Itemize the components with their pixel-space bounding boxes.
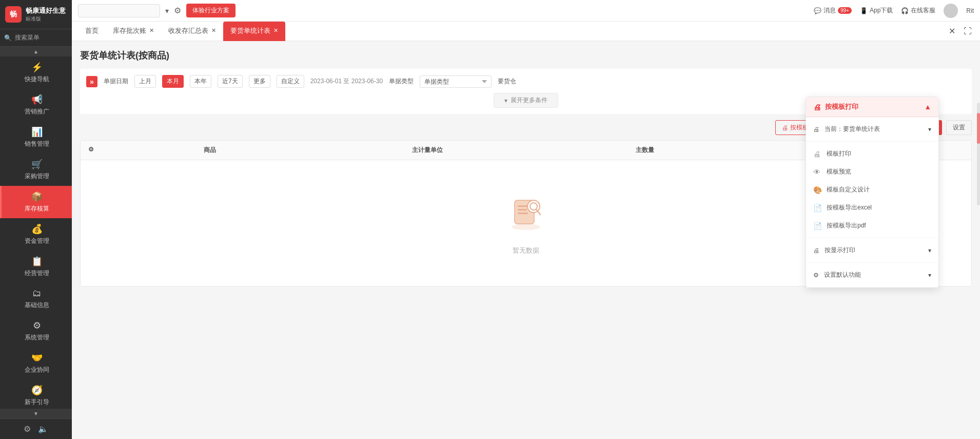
basic-icon: 🗂 (32, 288, 42, 299)
sidebar-search[interactable]: 🔍 搜索菜单 (0, 29, 72, 47)
app-download-label: App下载 (870, 6, 893, 15)
filter-row-1: » 单据日期 上月 本月 本年 近7天 更多 自定义 2023-06-01 至 … (86, 75, 966, 88)
dropdown-menu: 🖨 按模板打印 ▲ 🖨 当前：要货单统计表 ▾ 🖨 模板打印 (806, 97, 939, 288)
sidebar-item-inventory[interactable]: 📦 库存核算 (0, 186, 72, 218)
topbar-dropdown-icon[interactable]: ▾ (165, 7, 169, 15)
svg-rect-4 (518, 213, 528, 214)
type-filter-select[interactable]: 单据类型 (420, 75, 492, 88)
date-btn-prev-month[interactable]: 上月 (134, 75, 156, 88)
expand-conditions-btn[interactable]: ▾ 展开更多条件 (494, 93, 558, 108)
sidebar-item-purchase[interactable]: 🛒 采购管理 (0, 154, 72, 186)
dropdown-collapse-btn[interactable]: ▲ (924, 103, 931, 111)
user-avatar[interactable] (944, 4, 958, 18)
dropdown-current-template[interactable]: 🖨 当前：要货单统计表 ▾ (806, 120, 938, 138)
dropdown-title: 按模板打印 (825, 102, 858, 111)
online-service-btn[interactable]: 🎧 在线客服 (901, 6, 935, 15)
col-unit: 主计量单位 (319, 146, 536, 155)
marketing-icon: 📢 (31, 94, 43, 105)
username[interactable]: Rit (966, 7, 974, 14)
sidebar: 畅 畅康通好生意 标准版 🔍 搜索菜单 ▲ ⚡ 快捷导航 📢 营销推广 📊 销售… (0, 0, 72, 439)
display-print-icon: 🖨 (813, 247, 819, 254)
topbar-right: 💬 消息 99+ 📱 App下载 🎧 在线客服 Rit (814, 4, 974, 18)
dropdown-display-print[interactable]: 🖨 按显示打印 ▾ (806, 241, 938, 259)
print-icon: 🖨 (782, 124, 788, 131)
sidebar-item-label: 销售管理 (25, 140, 49, 148)
tab-receivable-summary[interactable]: 收发存汇总表 ✕ (161, 22, 223, 41)
sidebar-settings-btn[interactable]: ⚙ (24, 424, 31, 434)
sidebar-item-operation[interactable]: 📋 经营管理 (0, 251, 72, 283)
sidebar-item-newbie[interactable]: 🧭 新手引导 (0, 379, 72, 409)
dropdown-item-template-design[interactable]: 🎨 模板自定义设计 (806, 181, 938, 199)
svg-rect-3 (518, 209, 527, 211)
dropdown-set-default[interactable]: ⚙ 设置默认功能 ▾ (806, 266, 938, 284)
topbar-gear-icon[interactable]: ⚙ (174, 6, 181, 15)
phone-icon: 📱 (860, 7, 868, 14)
tab-home[interactable]: 首页 (78, 22, 106, 41)
date-btn-current-month[interactable]: 本月 (162, 75, 184, 88)
template-preview-icon: 👁 (813, 168, 821, 176)
right-scrollbar[interactable] (977, 103, 980, 205)
current-template-chevron: ▾ (928, 126, 931, 133)
svg-point-0 (512, 224, 540, 230)
tab-maximize-btn[interactable]: ⛶ (962, 24, 974, 38)
message-icon: 💬 (814, 7, 821, 14)
tab-receivable-summary-label: 收发存汇总表 (168, 26, 208, 35)
col-goods: 商品 (101, 146, 319, 155)
col-quantity: 主数量 (536, 146, 754, 155)
sidebar-item-system[interactable]: ⚙ 系统管理 (0, 315, 72, 347)
date-filter-label: 单据日期 (104, 77, 128, 86)
settings-btn[interactable]: 设置 (946, 120, 972, 135)
tabbar: 首页 库存批次账 ✕ 收发存汇总表 ✕ 要货单统计表 ✕ ✕ ⛶ (72, 22, 980, 41)
finance-icon: 💰 (31, 223, 43, 235)
dropdown-item-export-pdf[interactable]: 📄 按模板导出pdf (806, 217, 938, 235)
tab-actions: ✕ ⛶ (947, 24, 974, 38)
sidebar-sound-btn[interactable]: 🔈 (38, 424, 48, 434)
sidebar-item-marketing[interactable]: 📢 营销推广 (0, 89, 72, 121)
sidebar-logo: 畅 畅康通好生意 标准版 (0, 0, 72, 29)
messages-btn[interactable]: 💬 消息 99+ (814, 6, 852, 15)
display-print-chevron: ▾ (928, 247, 931, 254)
dropdown-display-print-section: 🖨 按显示打印 ▾ (806, 238, 938, 263)
logo-icon: 畅 (5, 6, 22, 23)
sidebar-item-enterprise[interactable]: 🤝 企业协同 (0, 347, 72, 379)
date-btn-more[interactable]: 更多 (249, 75, 270, 88)
display-print-label: 按显示打印 (825, 246, 855, 255)
date-btn-custom[interactable]: 自定义 (277, 75, 304, 88)
tab-order-stats-close[interactable]: ✕ (273, 27, 278, 34)
tab-inventory-batch-close[interactable]: ✕ (149, 27, 154, 34)
date-btn-last-7-days[interactable]: 近7天 (218, 75, 243, 88)
sidebar-item-label: 营销推广 (25, 107, 49, 116)
messages-badge: 99+ (838, 7, 852, 14)
topbar-industry-btn[interactable]: 体验行业方案 (186, 4, 236, 17)
sidebar-item-sales[interactable]: 📊 销售管理 (0, 121, 72, 154)
topbar: ▾ ⚙ 体验行业方案 💬 消息 99+ 📱 App下载 🎧 在线客服 Rit (72, 0, 980, 22)
dropdown-current-left: 🖨 当前：要货单统计表 (813, 125, 880, 133)
sidebar-scroll-up[interactable]: ▲ (0, 47, 72, 56)
sidebar-item-quick-nav[interactable]: ⚡ 快捷导航 (0, 56, 72, 89)
col-settings[interactable]: ⚙ (81, 146, 101, 155)
app-download-btn[interactable]: 📱 App下载 (860, 6, 893, 15)
export-pdf-label: 按模板导出pdf (827, 221, 866, 230)
dropdown-item-template-preview[interactable]: 👁 模板预览 (806, 163, 938, 181)
tab-receivable-summary-close[interactable]: ✕ (211, 27, 216, 34)
date-btn-current-year[interactable]: 本年 (190, 75, 211, 88)
sidebar-item-finance[interactable]: 💰 资金管理 (0, 218, 72, 251)
template-design-label: 模板自定义设计 (827, 185, 870, 194)
sidebar-item-label: 经营管理 (25, 269, 49, 278)
page-content: 要货单统计表(按商品) » 单据日期 上月 本月 本年 近7天 更多 自定义 2… (72, 41, 980, 439)
export-excel-icon: 📄 (813, 204, 821, 212)
right-scrollbar-thumb[interactable] (977, 113, 980, 144)
sidebar-item-label: 采购管理 (25, 172, 49, 181)
page-title: 要货单统计表(按商品) (80, 49, 972, 62)
filter-toggle[interactable]: » (86, 76, 97, 87)
sidebar-scroll-down[interactable]: ▼ (0, 409, 72, 418)
sidebar-item-basic[interactable]: 🗂 基础信息 (0, 283, 72, 315)
dropdown-item-template-print[interactable]: 🖨 模板打印 (806, 145, 938, 163)
tab-order-stats[interactable]: 要货单统计表 ✕ (223, 22, 285, 41)
dropdown-item-export-excel[interactable]: 📄 按模板导出excel (806, 199, 938, 217)
tab-close-btn[interactable]: ✕ (947, 24, 957, 38)
sidebar-item-label: 系统管理 (25, 333, 49, 342)
topbar-search-input[interactable] (78, 4, 160, 17)
type-filter-label: 单据类型 (389, 77, 414, 86)
tab-inventory-batch[interactable]: 库存批次账 ✕ (106, 22, 161, 41)
